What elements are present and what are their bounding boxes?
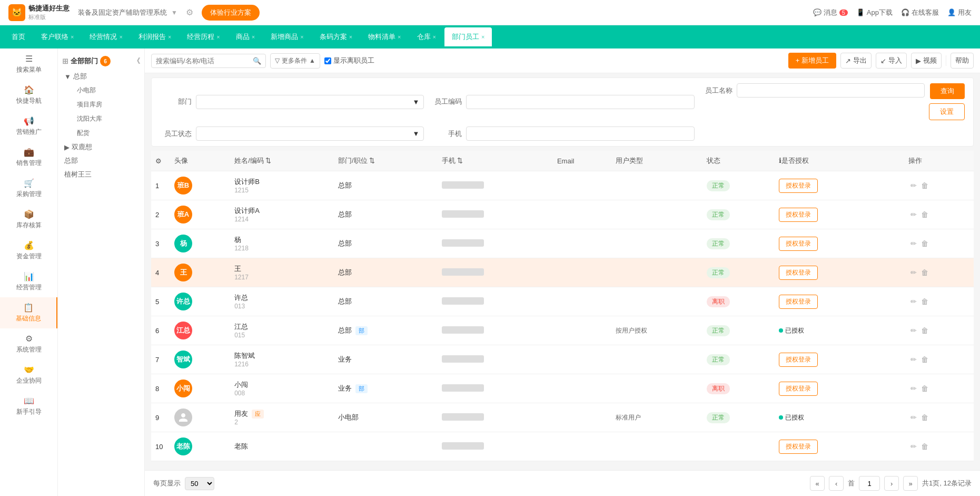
auth-login-btn[interactable]: 授权登录 [779, 440, 818, 454]
edit-btn[interactable]: ✏ [908, 267, 919, 278]
status-select[interactable]: ▼ [196, 127, 424, 141]
delete-btn[interactable]: 🗑 [919, 209, 930, 220]
nav-tab-new-goods[interactable]: 新增商品 × [263, 27, 311, 46]
dept-group-head[interactable]: ▼ 总部 [58, 70, 144, 83]
message-item[interactable]: 💬 消息 5 [813, 8, 848, 17]
col-phone[interactable]: 手机 ⇅ [438, 151, 553, 171]
first-page-btn[interactable]: « [810, 476, 825, 491]
dept-group-zongbu2[interactable]: 总部 [58, 154, 144, 168]
delete-btn[interactable]: 🗑 [919, 412, 930, 423]
sidebar-item-marketing[interactable]: 📢 营销推广 [0, 111, 57, 142]
close-icon[interactable]: × [168, 34, 171, 40]
per-page-select[interactable]: 50 100 200 [185, 477, 214, 490]
sidebar-item-guide[interactable]: 📖 新手引导 [0, 391, 57, 422]
edit-btn[interactable]: ✏ [908, 296, 919, 307]
auth-login-btn[interactable]: 授权登录 [779, 353, 818, 367]
nav-tab-bom[interactable]: 物料清单 × [361, 27, 408, 46]
auth-login-btn[interactable]: 授权登录 [779, 295, 818, 309]
auth-login-btn[interactable]: 授权登录 [779, 208, 818, 222]
app-download-item[interactable]: 📱 App下载 [856, 8, 893, 17]
sidebar-item-search[interactable]: ☰ 搜索菜单 [0, 48, 57, 80]
close-icon[interactable]: × [349, 34, 352, 40]
close-icon[interactable]: × [300, 34, 303, 40]
settings-icon[interactable]: ⚙ [186, 7, 193, 17]
help-btn[interactable]: 帮助 [951, 53, 974, 69]
next-page-btn[interactable]: › [884, 476, 899, 491]
auth-login-btn[interactable]: 授权登录 [779, 237, 818, 251]
set-button[interactable]: 设置 [929, 103, 965, 120]
page-number-input[interactable] [859, 476, 880, 491]
nav-tab-home[interactable]: 首页 [4, 27, 33, 46]
edit-btn[interactable]: ✏ [908, 383, 919, 394]
nav-tab-department[interactable]: 部门员工 × [444, 27, 492, 46]
close-icon[interactable]: × [398, 34, 401, 40]
delete-btn[interactable]: 🗑 [919, 354, 930, 365]
dept-sub-peihuo[interactable]: 配货 [62, 126, 144, 140]
auth-login-btn[interactable]: 授权登录 [779, 179, 818, 193]
sidebar-item-system[interactable]: ⚙ 系统管理 [0, 328, 57, 359]
nav-tab-operation[interactable]: 经营情况 × [82, 27, 130, 46]
dept-group-shuanglu[interactable]: ▶ 双鹿想 [58, 140, 144, 154]
close-icon[interactable]: × [119, 34, 122, 40]
dept-sub-xiaodibu[interactable]: 小电部 [62, 83, 144, 98]
trial-button[interactable]: 体验行业方案 [202, 5, 260, 21]
auth-login-btn[interactable]: 授权登录 [779, 382, 818, 396]
auth-login-btn[interactable]: 授权登录 [779, 266, 818, 280]
delete-btn[interactable]: 🗑 [919, 383, 930, 394]
edit-btn[interactable]: ✏ [908, 441, 919, 452]
add-employee-btn[interactable]: + 新增员工 [788, 53, 836, 69]
sidebar-item-enterprise[interactable]: 🤝 企业协同 [0, 359, 57, 391]
col-settings-icon[interactable]: ⚙ [155, 157, 162, 165]
last-page-btn[interactable]: » [903, 476, 918, 491]
search-icon[interactable]: 🔍 [253, 57, 261, 65]
delete-btn[interactable]: 🗑 [919, 267, 930, 278]
close-icon[interactable]: × [481, 34, 484, 40]
close-icon[interactable]: × [216, 34, 220, 40]
import-btn[interactable]: ↙ 导入 [876, 53, 907, 69]
user-avatar[interactable]: 👤 用友 [947, 8, 972, 17]
nav-tab-customer[interactable]: 客户联络 × [34, 27, 81, 46]
nav-tab-history[interactable]: 经营历程 × [180, 27, 227, 46]
sidebar-item-purchase[interactable]: 🛒 采购管理 [0, 173, 57, 204]
more-filters-btn[interactable]: ▽ 更多条件 ▲ [270, 53, 320, 69]
dept-select[interactable]: ▼ [196, 95, 424, 109]
sidebar-item-quick[interactable]: 🏠 快捷导航 [0, 80, 57, 111]
dept-sub-shenyang[interactable]: 沈阳大库 [62, 112, 144, 126]
delete-btn[interactable]: 🗑 [919, 238, 930, 249]
prev-page-btn[interactable]: ‹ [829, 476, 844, 491]
sidebar-item-sales[interactable]: 💼 销售管理 [0, 142, 57, 173]
sidebar-item-inventory[interactable]: 📦 库存核算 [0, 204, 57, 235]
col-settings[interactable]: ⚙ [151, 151, 170, 171]
sidebar-item-operation[interactable]: 📊 经营管理 [0, 266, 57, 297]
close-icon[interactable]: × [433, 34, 436, 40]
edit-btn[interactable]: ✏ [908, 180, 919, 191]
delete-btn[interactable]: 🗑 [919, 180, 930, 191]
emp-code-input[interactable] [466, 95, 694, 109]
edit-btn[interactable]: ✏ [908, 238, 919, 249]
query-button[interactable]: 查询 [930, 83, 965, 99]
sidebar-item-basic[interactable]: 📋 基础信息 [0, 297, 57, 328]
close-icon[interactable]: × [252, 34, 255, 40]
delete-btn[interactable]: 🗑 [919, 441, 930, 452]
view-btn[interactable]: ▶ 视频 [911, 53, 942, 69]
edit-btn[interactable]: ✏ [908, 209, 919, 220]
export-btn[interactable]: ↗ 导出 [840, 53, 872, 69]
phone-input[interactable] [466, 127, 694, 141]
nav-tab-warehouse[interactable]: 仓库 × [410, 27, 443, 46]
search-input[interactable] [156, 54, 251, 67]
dept-sub-xiangmu[interactable]: 项目库房 [62, 98, 144, 112]
show-resigned-label[interactable]: 显示离职员工 [324, 56, 374, 65]
emp-name-input[interactable] [737, 83, 925, 98]
dept-group-zhishu[interactable]: 植树王三 [58, 168, 144, 181]
nav-tab-profit[interactable]: 利润报告 × [131, 27, 179, 46]
edit-btn[interactable]: ✏ [908, 412, 919, 423]
edit-btn[interactable]: ✏ [908, 325, 919, 336]
delete-btn[interactable]: 🗑 [919, 296, 930, 307]
system-dropdown-icon[interactable]: ▼ [171, 9, 177, 16]
online-service-item[interactable]: 🎧 在线客服 [901, 8, 939, 17]
delete-btn[interactable]: 🗑 [919, 325, 930, 336]
col-name[interactable]: 姓名/编码 ⇅ [230, 151, 334, 171]
collapse-icon[interactable]: 《 [133, 56, 140, 66]
sidebar-item-finance[interactable]: 💰 资金管理 [0, 235, 57, 266]
show-resigned-checkbox[interactable] [324, 57, 331, 64]
